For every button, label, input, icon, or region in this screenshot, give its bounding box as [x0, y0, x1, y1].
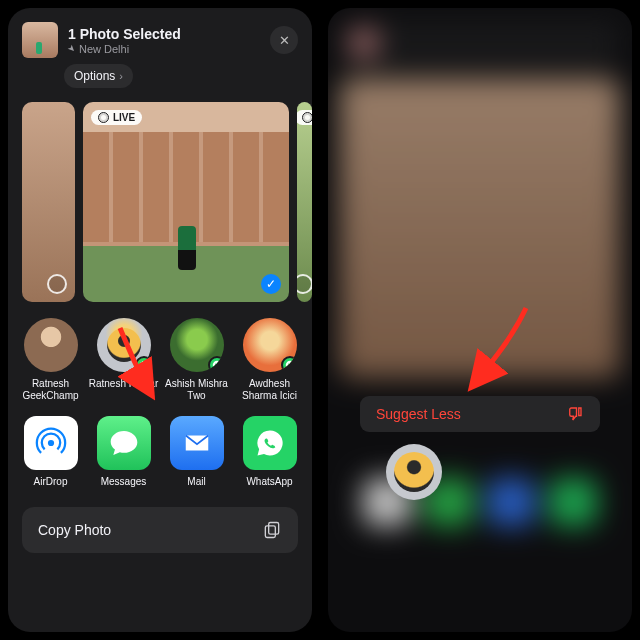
- contact-suggestion[interactable]: Ashish Mishra Two: [163, 318, 231, 402]
- share-sheet-header: 1 Photo Selected ➤ New Delhi ✕: [8, 8, 312, 66]
- selection-circle-checked[interactable]: ✓: [261, 274, 281, 294]
- live-badge: LIVE: [91, 110, 142, 125]
- contact-suggestion[interactable]: Ratnesh GeekChamp: [17, 318, 85, 402]
- thumbs-down-icon: [566, 405, 584, 423]
- live-badge: LIVE: [297, 110, 312, 125]
- context-menu-screenshot: Suggest Less: [320, 0, 640, 640]
- options-button[interactable]: Options ›: [64, 64, 133, 88]
- copy-photo-row[interactable]: Copy Photo: [22, 507, 298, 553]
- share-app-airdrop[interactable]: AirDrop: [17, 416, 85, 487]
- selection-circle[interactable]: [47, 274, 67, 294]
- location-arrow-icon: ➤: [66, 42, 79, 55]
- chevron-right-icon: ›: [119, 70, 123, 82]
- mail-icon: [170, 416, 224, 470]
- suggested-contacts-row: Ratnesh GeekChamp Ratnesh Kumar: [8, 302, 312, 412]
- share-app-messages[interactable]: Messages: [90, 416, 158, 487]
- whatsapp-badge-icon: [208, 356, 224, 372]
- svg-rect-2: [265, 526, 275, 538]
- avatar-memoji: [97, 318, 151, 372]
- photo-item[interactable]: LIVE: [297, 102, 312, 302]
- svg-point-0: [47, 440, 53, 446]
- photo-item-primary[interactable]: LIVE ✓: [83, 102, 289, 302]
- contact-suggestion[interactable]: Ratnesh Kumar: [90, 318, 158, 402]
- blurred-background: [328, 8, 632, 632]
- messages-badge-icon: [135, 356, 151, 372]
- copy-icon: [262, 520, 282, 540]
- avatar: [243, 318, 297, 372]
- share-app-mail[interactable]: Mail: [163, 416, 231, 487]
- share-app-whatsapp[interactable]: WhatsApp: [236, 416, 304, 487]
- photo-item[interactable]: [22, 102, 75, 302]
- contact-suggestion[interactable]: Awdhesh Sharma Icici: [236, 318, 304, 402]
- photo-carousel[interactable]: LIVE ✓ LIVE: [8, 102, 312, 302]
- selection-count: 1 Photo Selected: [68, 26, 181, 42]
- whatsapp-icon: [243, 416, 297, 470]
- airdrop-icon: [24, 416, 78, 470]
- suggest-less-menu-item[interactable]: Suggest Less: [360, 396, 600, 432]
- selected-photo-thumbnail[interactable]: [22, 22, 58, 58]
- location-label: ➤ New Delhi: [68, 43, 181, 55]
- whatsapp-badge-icon: [281, 356, 297, 372]
- app-share-row: AirDrop Messages Mail: [8, 412, 312, 497]
- focused-contact-avatar[interactable]: [386, 444, 442, 500]
- avatar: [170, 318, 224, 372]
- selection-circle[interactable]: [297, 274, 312, 294]
- svg-rect-1: [269, 523, 279, 535]
- close-button[interactable]: ✕: [270, 26, 298, 54]
- messages-icon: [97, 416, 151, 470]
- avatar: [24, 318, 78, 372]
- share-sheet-screenshot: 1 Photo Selected ➤ New Delhi ✕ Options ›…: [0, 0, 320, 640]
